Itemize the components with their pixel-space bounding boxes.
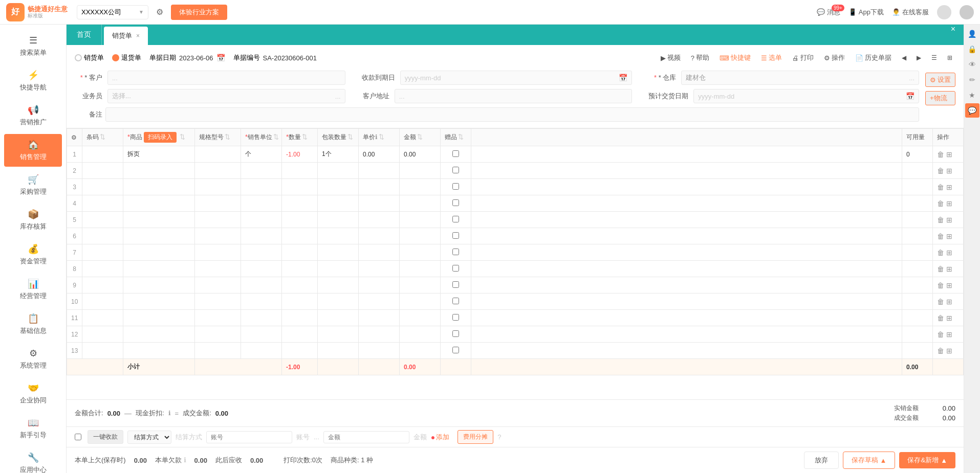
cell-pkgqty[interactable] xyxy=(318,179,359,195)
sidebar-item-operation[interactable]: 📊 经营管理 xyxy=(4,273,62,306)
cell-spec[interactable] xyxy=(195,179,241,195)
cell-unit[interactable] xyxy=(241,326,282,343)
cell-price[interactable]: 0.00 xyxy=(359,146,400,163)
warehouse-input[interactable]: 建材仓 ... xyxy=(681,71,919,85)
flow-button[interactable]: +物流 xyxy=(925,91,955,105)
cell-product[interactable] xyxy=(123,179,195,195)
cell-qty[interactable] xyxy=(282,277,318,294)
cell-spec[interactable] xyxy=(195,326,241,343)
cell-barcode[interactable] xyxy=(82,179,123,195)
rs-chat-icon[interactable]: 💬 xyxy=(965,103,979,118)
cell-price[interactable] xyxy=(359,163,400,179)
nav-prev-btn[interactable]: ◀ xyxy=(899,52,909,63)
cell-spec[interactable] xyxy=(195,261,241,277)
operate-btn[interactable]: ⚙ 操作 xyxy=(821,51,848,64)
cell-barcode[interactable] xyxy=(82,195,123,212)
gift-checkbox[interactable] xyxy=(452,298,459,304)
copy-icon[interactable]: ⊞ xyxy=(946,265,952,273)
shortcut-btn[interactable]: ⌨ 快捷键 xyxy=(716,51,754,64)
select-btn[interactable]: ☰ 选单 xyxy=(758,51,785,64)
cell-price[interactable] xyxy=(359,343,400,359)
cell-amount[interactable] xyxy=(400,310,441,326)
cell-qty[interactable] xyxy=(282,228,318,244)
cell-spec[interactable] xyxy=(195,146,241,163)
delete-icon[interactable]: 🗑 xyxy=(937,150,944,159)
copy-icon[interactable]: ⊞ xyxy=(946,199,952,208)
cell-amount[interactable] xyxy=(400,261,441,277)
tab-close-icon[interactable]: × xyxy=(136,32,140,39)
expense-button[interactable]: 费用分摊 xyxy=(458,430,493,444)
cell-unit[interactable] xyxy=(241,261,282,277)
rs-pencil-icon[interactable]: ✏ xyxy=(965,73,979,87)
view-list-btn[interactable]: ☰ xyxy=(928,52,940,63)
cell-amount[interactable] xyxy=(400,163,441,179)
cell-pkgqty[interactable] xyxy=(318,195,359,212)
amount-field[interactable] xyxy=(323,431,409,443)
cell-qty[interactable]: -1.00 xyxy=(282,146,318,163)
cell-qty[interactable] xyxy=(282,294,318,310)
calendar-icon[interactable]: 📅 xyxy=(216,54,225,62)
copy-icon[interactable]: ⊞ xyxy=(946,298,952,306)
delete-icon[interactable]: 🗑 xyxy=(937,232,944,240)
cell-product[interactable] xyxy=(123,212,195,228)
payment-help-icon[interactable]: ? xyxy=(497,433,501,441)
one-pay-button[interactable]: 一键收款 xyxy=(88,430,123,444)
cell-amount[interactable] xyxy=(400,195,441,212)
tab-sales-order[interactable]: 销货单 × xyxy=(104,27,148,45)
delete-icon[interactable]: 🗑 xyxy=(937,347,944,355)
gift-checkbox[interactable] xyxy=(452,199,459,206)
cell-amount[interactable] xyxy=(400,294,441,310)
th-settings[interactable]: ⚙ xyxy=(67,129,82,146)
delete-icon[interactable]: 🗑 xyxy=(937,330,944,339)
customer-input[interactable]: ... xyxy=(107,71,345,85)
cell-barcode[interactable] xyxy=(82,277,123,294)
one-pay-checkbox[interactable] xyxy=(75,434,81,440)
cell-remark[interactable] xyxy=(471,146,902,163)
view-grid-btn[interactable]: ⊞ xyxy=(944,52,955,63)
salesman-input[interactable]: 选择... ... xyxy=(107,89,345,103)
cell-product[interactable] xyxy=(123,277,195,294)
cell-price[interactable] xyxy=(359,195,400,212)
cell-unit[interactable] xyxy=(241,179,282,195)
cell-remark[interactable] xyxy=(471,163,902,179)
save-draft-button[interactable]: 保存草稿 ▲ xyxy=(843,452,896,469)
try-button[interactable]: 体验行业方案 xyxy=(171,5,227,20)
rs-person-icon[interactable]: 👤 xyxy=(965,27,979,41)
cell-qty[interactable] xyxy=(282,326,318,343)
company-select[interactable]: XXXXXX公司 ▼ xyxy=(77,5,148,19)
cell-amount[interactable] xyxy=(400,212,441,228)
cell-qty[interactable] xyxy=(282,310,318,326)
delete-icon[interactable]: 🗑 xyxy=(937,265,944,273)
cell-unit[interactable]: 个 xyxy=(241,146,282,163)
gift-checkbox[interactable] xyxy=(452,183,459,190)
cell-barcode[interactable] xyxy=(82,228,123,244)
cell-qty[interactable] xyxy=(282,179,318,195)
cell-qty[interactable] xyxy=(282,212,318,228)
delete-icon[interactable]: 🗑 xyxy=(937,167,944,175)
gift-checkbox[interactable] xyxy=(452,150,459,157)
cell-unit[interactable] xyxy=(241,294,282,310)
set-button[interactable]: ⚙ 设置 xyxy=(925,73,955,87)
cell-product[interactable] xyxy=(123,310,195,326)
cell-product[interactable] xyxy=(123,244,195,261)
cell-price[interactable] xyxy=(359,228,400,244)
rs-star-icon[interactable]: ★ xyxy=(965,88,979,102)
rs-lock-icon[interactable]: 🔒 xyxy=(965,42,979,56)
cell-spec[interactable] xyxy=(195,277,241,294)
receive-date-calendar-icon[interactable]: 📅 xyxy=(619,74,627,82)
cell-pkgqty[interactable] xyxy=(318,310,359,326)
cell-unit[interactable] xyxy=(241,343,282,359)
cell-price[interactable] xyxy=(359,179,400,195)
account-input[interactable] xyxy=(206,431,292,443)
copy-icon[interactable]: ⊞ xyxy=(946,216,952,224)
expected-date-calendar-icon[interactable]: 📅 xyxy=(906,92,914,100)
video-btn[interactable]: ▶ 视频 xyxy=(658,51,684,64)
cell-amount[interactable] xyxy=(400,244,441,261)
address-input[interactable]: ... xyxy=(395,89,633,103)
cell-remark[interactable] xyxy=(471,179,902,195)
cell-barcode[interactable] xyxy=(82,244,123,261)
cell-amount[interactable] xyxy=(400,343,441,359)
cell-remark[interactable] xyxy=(471,212,902,228)
nav-next-btn[interactable]: ▶ xyxy=(913,52,924,63)
cell-remark[interactable] xyxy=(471,277,902,294)
